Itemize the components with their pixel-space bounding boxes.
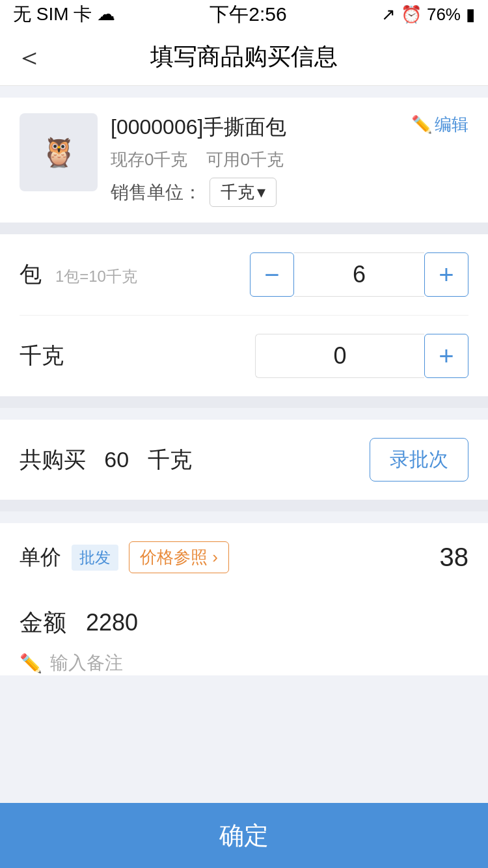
kilogram-row: 千克 + xyxy=(20,316,468,396)
product-unit-row: 销售单位： 千克 ▾ xyxy=(111,178,468,207)
kilogram-plus-button[interactable]: + xyxy=(424,334,468,378)
total-amount: 60 xyxy=(104,447,129,472)
package-label: 包 xyxy=(20,262,42,286)
status-bar: 无 SIM 卡 ☁ 下午2:56 ↗ ⏰ 76% ▮ xyxy=(0,0,488,29)
product-card: 🦉 [0000006]手撕面包 现存0千克 可用0千克 销售单位： 千克 ▾ ✏… xyxy=(0,98,488,223)
package-label-group: 包 1包=10千克 xyxy=(20,260,137,290)
remark-placeholder: 输入备注 xyxy=(50,651,123,675)
sim-status: 无 SIM 卡 ☁ xyxy=(13,2,115,27)
kilogram-label-group: 千克 xyxy=(20,341,64,371)
price-label: 单价 xyxy=(20,543,61,572)
total-text: 共购买 60 千克 xyxy=(20,445,192,475)
package-hint: 1包=10千克 xyxy=(55,267,137,285)
kilogram-quantity-control: + xyxy=(255,334,468,378)
status-right: ↗ ⏰ 76% ▮ xyxy=(381,5,475,25)
product-stock: 现存0千克 可用0千克 xyxy=(111,148,468,171)
divider-2 xyxy=(0,396,488,408)
quantity-section: 包 1包=10千克 − + 千克 + xyxy=(0,234,488,396)
battery-level: 76% xyxy=(427,5,461,25)
total-row: 共购买 60 千克 录批次 xyxy=(0,420,488,500)
package-quantity-input[interactable] xyxy=(294,252,424,297)
status-time: 下午2:56 xyxy=(210,1,286,28)
amount-label: 金额 xyxy=(20,609,66,636)
package-plus-button[interactable]: + xyxy=(424,252,468,297)
price-row: 单价 批发 价格参照 › 38 xyxy=(20,541,468,573)
package-quantity-control: − + xyxy=(250,252,468,297)
divider-1 xyxy=(0,223,488,234)
unit-dropdown[interactable]: 千克 ▾ xyxy=(210,178,277,207)
nav-bar: ＜ 填写商品购买信息 xyxy=(0,29,488,86)
edit-icon: ✏️ xyxy=(411,115,432,135)
amount-value: 2280 xyxy=(86,609,138,636)
current-stock: 现存0千克 xyxy=(111,150,187,169)
page-title: 填写商品购买信息 xyxy=(150,41,338,73)
kilogram-label: 千克 xyxy=(20,343,64,368)
product-thumbnail: 🦉 xyxy=(20,113,98,191)
amount-section: 金额 2280 ✏️ 输入备注 xyxy=(0,591,488,675)
price-value: 38 xyxy=(440,543,469,572)
divider-3 xyxy=(0,500,488,511)
product-owl-icon: 🦉 xyxy=(41,135,77,169)
price-tag: 批发 xyxy=(72,545,118,571)
location-icon: ↗ xyxy=(381,5,396,25)
package-row: 包 1包=10千克 − + xyxy=(20,234,468,316)
total-prefix: 共购买 xyxy=(20,447,86,472)
edit-label: 编辑 xyxy=(435,113,468,136)
back-button[interactable]: ＜ xyxy=(16,44,43,71)
amount-row: 金额 2280 xyxy=(20,607,468,639)
edit-button[interactable]: ✏️ 编辑 xyxy=(411,113,468,136)
total-unit: 千克 xyxy=(148,447,192,472)
kilogram-quantity-input[interactable] xyxy=(255,334,424,378)
status-left: 无 SIM 卡 ☁ xyxy=(13,2,115,27)
batch-button[interactable]: 录批次 xyxy=(370,438,468,481)
dropdown-arrow-icon: ▾ xyxy=(257,182,265,202)
unit-label: 销售单位： xyxy=(111,180,202,205)
pencil-icon: ✏️ xyxy=(20,653,42,674)
alarm-icon: ⏰ xyxy=(401,5,422,25)
battery-icon: ▮ xyxy=(466,5,475,25)
unit-value: 千克 xyxy=(221,181,254,204)
price-section: 单价 批发 价格参照 › 38 xyxy=(0,523,488,591)
available-stock: 可用0千克 xyxy=(206,150,283,169)
price-ref-button[interactable]: 价格参照 › xyxy=(129,541,229,573)
confirm-button[interactable]: 确定 xyxy=(0,803,488,868)
package-minus-button[interactable]: − xyxy=(250,252,294,297)
remark-row[interactable]: ✏️ 输入备注 xyxy=(20,651,468,675)
